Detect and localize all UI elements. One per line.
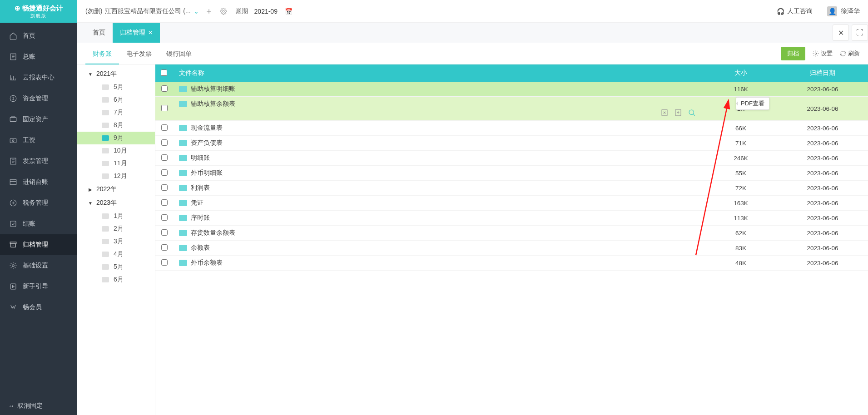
table-row[interactable]: 资产负债表71K2023-06-06 [155, 136, 868, 151]
close-icon[interactable]: ✕ [148, 30, 153, 36]
sidebar-item-member[interactable]: 畅会员 [0, 297, 77, 318]
tab[interactable]: 归档管理✕ [113, 23, 160, 43]
folder-icon [179, 260, 187, 266]
svg-point-12 [223, 10, 224, 12]
archive-button[interactable]: 归档 [781, 47, 805, 60]
row-checkbox[interactable] [161, 139, 168, 146]
sidebar-item-tax[interactable]: 税务管理 [0, 193, 77, 213]
user-menu[interactable]: 👤 徐泽华 [827, 6, 860, 16]
file-date: 2023-06-06 [777, 181, 868, 196]
sidebar-unpin[interactable]: ↔ 取消固定 [0, 397, 77, 415]
sidebar-item-home[interactable]: 首页 [0, 25, 77, 46]
tree-month[interactable]: 10月 [77, 144, 155, 157]
tree-month[interactable]: 7月 [77, 106, 155, 119]
file-date: 2023-06-06 [777, 256, 868, 271]
row-checkbox[interactable] [161, 214, 168, 221]
add-button[interactable] [204, 7, 213, 16]
sidebar-item-inout[interactable]: 进销台账 [0, 172, 77, 193]
company-selector[interactable]: (勿删) 江西服宝精品有限责任公司 (... ⌄ [85, 7, 199, 15]
table-row[interactable]: 明细账246K2023-06-06 [155, 151, 868, 166]
file-name: 序时账 [191, 214, 210, 222]
tree-month[interactable]: 1月 [77, 210, 155, 222]
row-checkbox[interactable] [161, 154, 168, 161]
period-value[interactable]: 2021-09 [254, 8, 278, 15]
table-row[interactable]: 序时账113K2023-06-06 [155, 211, 868, 226]
row-checkbox[interactable] [161, 124, 168, 131]
tree-month-label: 8月 [114, 121, 124, 129]
close-tab-button[interactable]: ✕ [833, 25, 849, 41]
tree-month[interactable]: 11月 [77, 157, 155, 170]
consult-link[interactable]: 🎧 人工咨询 [777, 7, 813, 15]
table-row[interactable]: 外币明细账55K2023-06-06 [155, 166, 868, 181]
sidebar-item-fund[interactable]: 资金管理 [0, 88, 77, 109]
table-row[interactable]: 余额表83K2023-06-06 [155, 241, 868, 256]
subtab[interactable]: 财务账 [85, 45, 119, 64]
row-checkbox[interactable] [161, 169, 168, 176]
sidebar-item-archive[interactable]: 归档管理 [0, 234, 77, 255]
tree-month[interactable]: 3月 [77, 235, 155, 248]
tree-month[interactable]: 6月 [77, 94, 155, 106]
svg-rect-6 [10, 180, 16, 185]
file-size: 83K [704, 241, 777, 256]
refresh-link[interactable]: 刷新 [840, 49, 860, 58]
sidebar-item-close[interactable]: 结账 [0, 213, 77, 234]
table-row[interactable]: 辅助核算明细账116K2023-06-06 [155, 82, 868, 97]
header-filename: 文件名称 [174, 64, 704, 82]
download-pdf-icon[interactable] [674, 108, 683, 117]
sidebar-item-ledger[interactable]: 总账 [0, 46, 77, 67]
tree-year[interactable]: ▶2022年 [77, 183, 155, 196]
subtab[interactable]: 银行回单 [159, 45, 199, 64]
tree-month[interactable]: 6月 [77, 273, 155, 286]
download-excel-icon[interactable] [660, 108, 669, 117]
file-date: 2023-06-06 [777, 151, 868, 166]
tree-month-label: 6月 [114, 96, 124, 104]
row-checkbox[interactable] [161, 244, 168, 251]
row-checkbox[interactable] [161, 199, 168, 206]
sidebar-item-label: 首页 [23, 32, 35, 40]
sidebar-item-asset[interactable]: 固定资产 [0, 109, 77, 130]
sidebar-item-report[interactable]: 云报表中心 [0, 67, 77, 88]
header-checkbox[interactable] [155, 64, 174, 82]
tree-month[interactable]: 8月 [77, 119, 155, 132]
calendar-icon[interactable]: 📅 [285, 8, 293, 15]
tree-month[interactable]: 9月 [77, 132, 155, 144]
sidebar-item-guide[interactable]: 新手引导 [0, 276, 77, 297]
tree-month[interactable]: 2月 [77, 222, 155, 235]
row-checkbox[interactable] [161, 259, 168, 266]
svg-rect-9 [10, 242, 16, 244]
report-icon [9, 74, 17, 82]
sidebar-item-settings[interactable]: 基础设置 [0, 255, 77, 276]
tree-year[interactable]: ▼2021年 [77, 67, 155, 81]
sidebar-item-salary[interactable]: 工资 [0, 130, 77, 151]
table-row[interactable]: 存货数量余额表62K2023-06-06 [155, 226, 868, 241]
view-pdf-icon[interactable] [687, 108, 696, 117]
folder-icon [102, 161, 109, 166]
fullscreen-button[interactable]: ⛶ [852, 25, 868, 41]
folder-icon [102, 110, 109, 115]
row-checkbox[interactable] [161, 229, 168, 236]
file-date: 2023-06-06 [777, 121, 868, 136]
tree-year[interactable]: ▼2023年 [77, 196, 155, 210]
subtabs: 财务账电子发票银行回单 归档 设置 刷新 [77, 43, 868, 64]
sidebar-item-invoice[interactable]: 发票管理 [0, 151, 77, 172]
row-checkbox[interactable] [161, 184, 168, 191]
table-row[interactable]: 外币余额表48K2023-06-06 [155, 256, 868, 271]
file-size: 113K [704, 211, 777, 226]
folder-icon [179, 245, 187, 251]
tree-month[interactable]: 4月 [77, 248, 155, 261]
file-size: 246K [704, 151, 777, 166]
gear-icon[interactable] [219, 7, 228, 16]
settings-link[interactable]: 设置 [813, 49, 833, 58]
sidebar-item-label: 云报表中心 [23, 74, 55, 82]
svg-point-13 [815, 53, 817, 54]
table-row[interactable]: 利润表72K2023-06-06 [155, 181, 868, 196]
row-checkbox[interactable] [161, 85, 168, 92]
tab[interactable]: 首页 [85, 23, 113, 43]
table-row[interactable]: 现金流量表66K2023-06-06 [155, 121, 868, 136]
tree-month[interactable]: 12月 [77, 170, 155, 183]
subtab[interactable]: 电子发票 [119, 45, 159, 64]
table-row[interactable]: 凭证163K2023-06-06 [155, 196, 868, 211]
tree-month[interactable]: 5月 [77, 261, 155, 273]
row-checkbox[interactable] [161, 105, 168, 111]
tree-month[interactable]: 5月 [77, 81, 155, 94]
